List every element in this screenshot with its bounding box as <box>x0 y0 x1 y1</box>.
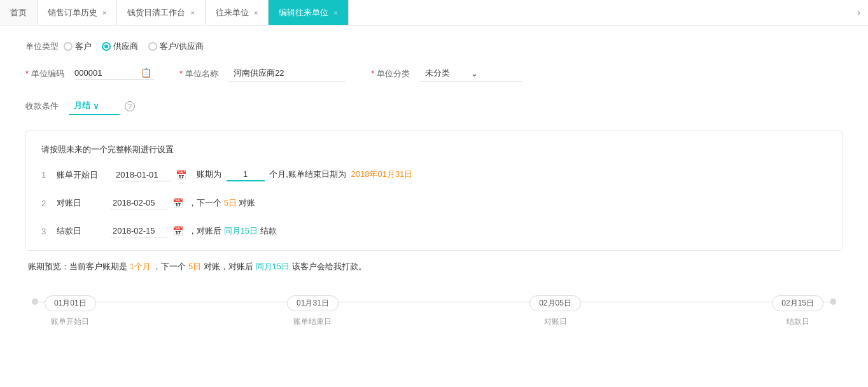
radio-both-circle <box>148 42 157 51</box>
radio-supplier[interactable]: 供应商 <box>102 41 138 52</box>
radio-customer-label: 客户 <box>75 41 92 52</box>
ap-row-3: 3 结款日 📅 ，对账后 同月15日 结款 <box>41 225 827 237</box>
ap-row-3-date-input: 📅 <box>110 225 183 237</box>
radio-customer[interactable]: 客户 <box>64 41 92 52</box>
ap-row-2-suffix: 对账 <box>239 198 255 208</box>
tl-label-2: 账单结束日 <box>293 316 332 327</box>
tab-edit-contacts[interactable]: 编辑往来单位 × <box>269 0 348 25</box>
ap-row-2-label: 对账日 <box>57 197 95 209</box>
payment-terms-row: 收款条件 月结 ∨ ? <box>25 97 843 115</box>
tab-sales-history-label: 销售订单历史 <box>48 7 97 18</box>
unit-code-group: 单位编码 📋 <box>25 67 154 80</box>
unit-code-input-wrap: 📋 <box>74 67 154 80</box>
ap-row-3-prefix: ，对账后 <box>188 226 221 236</box>
help-icon[interactable]: ? <box>125 101 135 111</box>
tab-cashflow[interactable]: 钱货日清工作台 × <box>117 0 205 25</box>
ap-row-2-prefix: ，下一个 <box>188 198 221 208</box>
unit-category-arrow: ⌄ <box>471 69 517 78</box>
unit-name-group: 单位名称 <box>179 66 346 81</box>
tab-expand-btn[interactable]: › <box>850 7 868 18</box>
tl-pill-4: 02月15日 <box>772 295 823 311</box>
tab-cashflow-label: 钱货日清工作台 <box>127 7 185 18</box>
unit-category-select[interactable]: 未分类 ⌄ <box>420 65 522 82</box>
preview-mid1: ，下一个 <box>153 262 186 271</box>
radio-both[interactable]: 客户/供应商 <box>148 41 204 52</box>
timeline-point-4: 02月15日 结款日 <box>772 295 823 327</box>
preview-suffix: 该客户会给我打款。 <box>292 262 367 271</box>
tl-pill-2: 01月31日 <box>287 295 339 311</box>
account-period-card: 请按照未来的一个完整帐期进行设置 1 账单开始日 📅 账期为 个月,账单结束日期… <box>25 130 843 251</box>
preview-part3: 同月15日 <box>256 262 290 271</box>
tab-cashflow-close[interactable]: × <box>190 9 194 17</box>
ap-row-2-date[interactable] <box>110 197 167 209</box>
unit-code-icon[interactable]: 📋 <box>138 67 154 78</box>
tab-sales-history[interactable]: 销售订单历史 × <box>38 0 117 25</box>
payment-terms-arrow: ∨ <box>93 101 99 111</box>
payment-terms-label: 收款条件 <box>25 101 59 112</box>
radio-supplier-circle <box>102 42 111 51</box>
timeline-point-1: 01月01日 账单开始日 <box>45 295 96 327</box>
tab-edit-contacts-label: 编辑往来单位 <box>279 7 328 18</box>
ap-row-3-suffix: 结款 <box>260 226 277 236</box>
ap-row-1: 1 账单开始日 📅 账期为 个月,账单结束日期为 2018年01月31日 <box>41 168 827 181</box>
unit-code-input[interactable] <box>74 68 138 78</box>
ap-row-3-num: 3 <box>41 227 57 236</box>
preview-part2: 5日 <box>188 262 201 271</box>
tl-pill-1: 01月01日 <box>45 295 96 311</box>
tab-contacts-label: 往来单位 <box>216 7 249 18</box>
radio-both-label: 客户/供应商 <box>160 41 204 52</box>
ap-row-3-highlight: 同月15日 <box>224 226 258 236</box>
tl-label-1: 账单开始日 <box>51 316 89 327</box>
tab-sales-history-close[interactable]: × <box>102 9 106 17</box>
tab-home-label: 首页 <box>10 7 27 18</box>
card-title: 请按照未来的一个完整帐期进行设置 <box>41 144 827 155</box>
preview-mid2: 对账，对账后 <box>204 262 253 271</box>
ap-row-1-num: 1 <box>41 170 57 179</box>
ap-row-1-date-input: 📅 <box>113 169 186 181</box>
tab-home[interactable]: 首页 <box>0 0 38 25</box>
timeline-point-2: 01月31日 账单结束日 <box>287 295 339 327</box>
tab-contacts-close[interactable]: × <box>254 9 258 17</box>
unit-code-label: 单位编码 <box>25 68 64 80</box>
ap-row-1-suffix2: 个月,账单结束日期为 <box>269 169 346 179</box>
ap-row-1-highlight-date: 2018年01月31日 <box>351 169 413 179</box>
ap-row-3-cal-icon[interactable]: 📅 <box>172 226 183 236</box>
ap-row-1-date[interactable] <box>113 169 171 181</box>
unit-name-input[interactable] <box>228 66 346 81</box>
unit-category-value: 未分类 <box>425 67 471 79</box>
unit-category-label: 单位分类 <box>371 68 410 80</box>
payment-terms-select[interactable]: 月结 ∨ <box>69 97 120 115</box>
ap-row-1-desc: 账期为 个月,账单结束日期为 2018年01月31日 <box>197 168 412 181</box>
tl-label-3: 对账日 <box>544 316 567 327</box>
ap-row-2-num: 2 <box>41 199 57 208</box>
ap-row-2-cal-icon[interactable]: 📅 <box>172 198 183 208</box>
ap-row-2-highlight: 5日 <box>224 198 237 208</box>
ap-row-1-label: 账单开始日 <box>57 169 98 181</box>
ap-row-2: 2 对账日 📅 ，下一个 5日 对账 <box>41 197 827 209</box>
unit-name-label: 单位名称 <box>179 68 218 80</box>
ap-row-1-cal-icon[interactable]: 📅 <box>176 170 186 180</box>
unit-type-label: 单位类型 <box>25 41 59 52</box>
tab-contacts[interactable]: 往来单位 × <box>206 0 269 25</box>
ap-row-3-date[interactable] <box>110 225 167 237</box>
timeline-point-3: 02月05日 对账日 <box>529 295 581 327</box>
tabs-bar: 首页 销售订单历史 × 钱货日清工作台 × 往来单位 × 编辑往来单位 × › <box>0 0 868 25</box>
ap-row-2-date-input: 📅 <box>110 197 183 209</box>
timeline-section: 01月01日 账单开始日 01月31日 账单结束日 02月05日 对账日 02月… <box>19 285 849 346</box>
radio-customer-circle <box>64 42 73 51</box>
unit-details-row: 单位编码 📋 单位名称 单位分类 未分类 ⌄ <box>25 65 843 82</box>
radio-supplier-label: 供应商 <box>113 41 138 52</box>
preview-prefix: 账期预览：当前客户账期是 <box>28 262 127 271</box>
preview-part1: 1个月 <box>130 262 151 271</box>
tab-edit-contacts-close[interactable]: × <box>333 9 337 17</box>
preview-text: 账期预览：当前客户账期是 1个月 ，下一个 5日 对账，对账后 同月15日 该客… <box>25 261 843 272</box>
unit-type-row: 单位类型 客户 供应商 客户/供应商 <box>25 41 843 52</box>
timeline-points: 01月01日 账单开始日 01月31日 账单结束日 02月05日 对账日 02月… <box>32 295 836 327</box>
ap-row-3-desc: ，对账后 同月15日 结款 <box>188 225 277 237</box>
ap-row-1-month-input[interactable] <box>227 168 265 181</box>
ap-row-3-label: 结款日 <box>57 225 95 237</box>
unit-category-group: 单位分类 未分类 ⌄ <box>371 65 522 82</box>
ap-row-1-suffix-label: 账期为 <box>197 169 221 179</box>
ap-row-2-desc: ，下一个 5日 对账 <box>188 197 255 209</box>
tl-pill-3: 02月05日 <box>529 295 581 311</box>
